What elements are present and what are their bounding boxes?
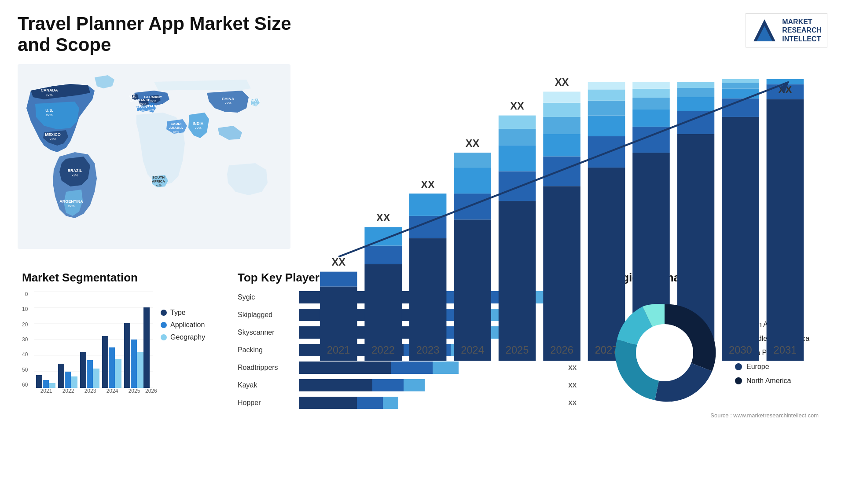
- svg-text:U.S.: U.S.: [45, 108, 53, 113]
- logo: MARKET RESEARCH INTELLECT: [746, 13, 827, 47]
- legend-application: Application: [161, 321, 205, 329]
- svg-text:MEXICO: MEXICO: [45, 132, 61, 137]
- svg-text:xx%: xx%: [68, 204, 74, 208]
- svg-text:XX: XX: [734, 77, 748, 79]
- svg-rect-128: [124, 323, 130, 388]
- svg-text:2024: 2024: [461, 344, 484, 356]
- svg-rect-118: [49, 383, 55, 388]
- svg-rect-67: [543, 91, 580, 102]
- svg-rect-93: [722, 89, 759, 99]
- svg-text:xx%: xx%: [173, 130, 179, 133]
- svg-rect-88: [677, 88, 715, 97]
- seg-y-axis: 60 50 40 30 20 10 0: [22, 291, 28, 388]
- segmentation-title: Market Segmentation: [22, 271, 211, 285]
- svg-rect-89: [677, 82, 715, 88]
- world-map-section: CANADA xx% U.S. xx% MEXICO xx% BRAZIL xx…: [18, 64, 290, 249]
- svg-rect-46: [409, 194, 447, 216]
- svg-rect-87: [677, 97, 715, 111]
- svg-point-132: [636, 324, 693, 381]
- player-row-kayak: Kayak XX: [238, 379, 577, 391]
- source-text: Source : www.marketresearchintellect.com: [607, 412, 819, 419]
- svg-text:XX: XX: [466, 138, 480, 149]
- svg-text:XX: XX: [599, 77, 614, 79]
- svg-text:XX: XX: [376, 212, 390, 223]
- logo-icon: [751, 17, 778, 44]
- svg-text:xx%: xx%: [71, 173, 78, 177]
- svg-rect-116: [36, 375, 42, 388]
- svg-text:2026: 2026: [550, 344, 573, 356]
- svg-rect-74: [588, 89, 625, 100]
- svg-rect-75: [588, 82, 625, 89]
- svg-rect-127: [115, 359, 121, 388]
- logo-text: MARKET RESEARCH INTELLECT: [782, 18, 822, 43]
- svg-rect-91: [722, 117, 759, 361]
- svg-text:2025: 2025: [506, 344, 529, 356]
- svg-text:BRAZIL: BRAZIL: [68, 168, 82, 173]
- page-header: Travel Planner App Market Size and Scope…: [18, 13, 827, 55]
- svg-rect-40: [364, 246, 402, 264]
- svg-rect-55: [499, 201, 536, 361]
- svg-rect-130: [137, 352, 143, 388]
- bar-chart-svg: XX 2021 XX 2022 XX 2023 XX: [312, 77, 819, 362]
- svg-text:2023: 2023: [416, 344, 440, 356]
- svg-rect-83: [632, 82, 670, 88]
- segmentation-legend: Type Application Geography: [161, 309, 205, 341]
- svg-text:CANADA: CANADA: [41, 88, 58, 92]
- svg-rect-120: [65, 372, 71, 388]
- svg-rect-63: [543, 157, 580, 186]
- world-map-svg: CANADA xx% U.S. xx% MEXICO xx% BRAZIL xx…: [18, 64, 290, 249]
- svg-text:JAPAN: JAPAN: [249, 99, 261, 102]
- svg-rect-58: [499, 129, 536, 145]
- svg-text:xx%: xx%: [46, 93, 52, 97]
- svg-text:ITALY: ITALY: [147, 104, 156, 108]
- svg-rect-57: [499, 145, 536, 171]
- svg-rect-64: [543, 134, 580, 157]
- svg-text:2021: 2021: [327, 344, 350, 356]
- svg-text:xx%: xx%: [155, 184, 161, 187]
- svg-text:2022: 2022: [371, 344, 395, 356]
- seg-bar-chart: [34, 291, 153, 388]
- svg-text:GERMANY: GERMANY: [144, 95, 163, 99]
- svg-rect-66: [543, 103, 580, 117]
- svg-rect-123: [87, 360, 93, 388]
- svg-rect-80: [632, 110, 670, 127]
- svg-rect-65: [543, 117, 580, 134]
- svg-text:xx%: xx%: [49, 137, 56, 141]
- svg-rect-126: [109, 347, 115, 388]
- svg-rect-49: [454, 219, 491, 361]
- svg-rect-62: [543, 186, 580, 361]
- svg-rect-119: [58, 364, 64, 388]
- svg-rect-95: [722, 79, 759, 83]
- svg-rect-51: [454, 168, 491, 194]
- svg-text:ARABIA: ARABIA: [169, 126, 183, 130]
- donut-chart: [607, 296, 722, 410]
- svg-rect-41: [364, 227, 402, 245]
- svg-rect-56: [499, 171, 536, 201]
- main-content: CANADA xx% U.S. xx% MEXICO xx% BRAZIL xx…: [18, 64, 827, 423]
- svg-rect-59: [499, 116, 536, 129]
- svg-text:SAUDI: SAUDI: [171, 122, 182, 126]
- segmentation-section: Market Segmentation 60 50 40 30 20 10 0: [18, 267, 216, 423]
- player-row-hopper: Hopper XX: [238, 397, 577, 409]
- svg-rect-94: [722, 83, 759, 89]
- legend-type: Type: [161, 309, 205, 317]
- svg-rect-52: [454, 153, 491, 168]
- legend-geography: Geography: [161, 333, 205, 341]
- svg-text:AFRICA: AFRICA: [152, 179, 165, 183]
- svg-rect-44: [409, 238, 447, 361]
- svg-text:2030: 2030: [729, 344, 752, 356]
- svg-rect-50: [454, 194, 491, 219]
- svg-rect-131: [143, 307, 150, 388]
- svg-text:xx%: xx%: [130, 99, 136, 102]
- svg-rect-97: [767, 99, 804, 361]
- svg-rect-82: [632, 89, 670, 98]
- svg-text:xx%: xx%: [150, 99, 156, 102]
- svg-rect-129: [131, 340, 137, 388]
- svg-rect-73: [588, 101, 625, 116]
- svg-rect-121: [71, 376, 77, 388]
- growth-bar-chart-section: XX 2021 XX 2022 XX 2023 XX: [304, 64, 827, 249]
- svg-rect-125: [102, 336, 108, 388]
- svg-text:xx%: xx%: [251, 103, 257, 106]
- svg-text:xx%: xx%: [148, 109, 154, 112]
- svg-rect-122: [80, 352, 86, 388]
